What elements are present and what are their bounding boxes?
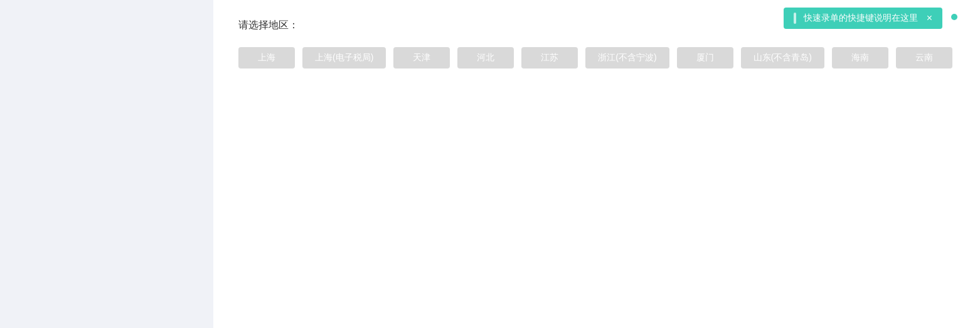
region-button-9[interactable]: 云南 — [896, 47, 952, 68]
tooltip-banner: 快速录单的快捷键说明在这里 × — [784, 8, 942, 29]
region-button-1[interactable]: 上海(电子税局) — [302, 47, 386, 68]
region-button-3[interactable]: 河北 — [457, 47, 514, 68]
region-button-2[interactable]: 天津 — [393, 47, 450, 68]
region-button-5[interactable]: 浙江(不含宁波) — [585, 47, 669, 68]
region-button-8[interactable]: 海南 — [832, 47, 888, 68]
sidebar — [0, 0, 213, 328]
region-button-7[interactable]: 山东(不含青岛) — [741, 47, 824, 68]
tooltip-text: 快速录单的快捷键说明在这里 — [804, 13, 918, 24]
region-button-4[interactable]: 江苏 — [521, 47, 578, 68]
tooltip-dot — [951, 14, 957, 20]
tooltip-close-button[interactable]: × — [927, 13, 932, 23]
region-buttons-container: 上海上海(电子税局)天津河北江苏浙江(不含宁波)厦门山东(不含青岛)海南云南 — [238, 47, 955, 68]
tooltip-bar — [794, 13, 796, 24]
main-content: 请选择地区： 上海上海(电子税局)天津河北江苏浙江(不含宁波)厦门山东(不含青岛… — [213, 0, 980, 328]
region-button-6[interactable]: 厦门 — [677, 47, 733, 68]
region-button-0[interactable]: 上海 — [238, 47, 295, 68]
